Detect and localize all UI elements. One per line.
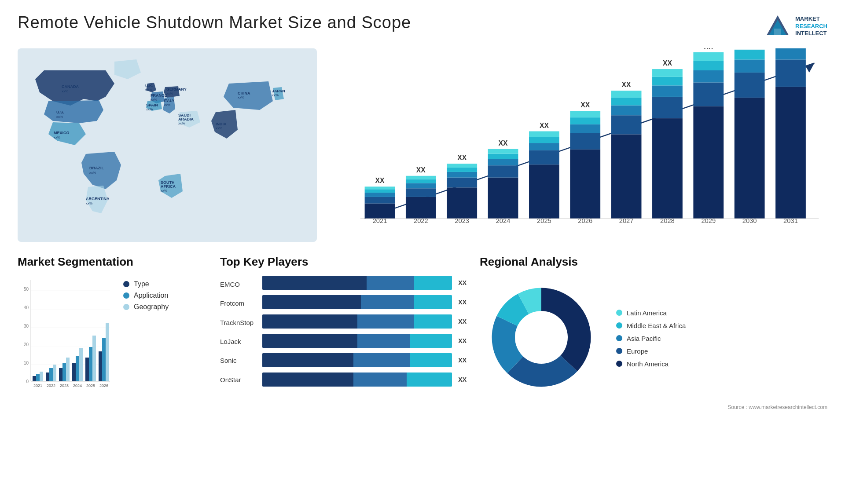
svg-text:xx%: xx% bbox=[146, 107, 153, 111]
donut-chart bbox=[480, 276, 603, 401]
svg-rect-88 bbox=[735, 50, 765, 60]
country-label-brazil: BRAZIL bbox=[89, 166, 104, 170]
svg-rect-43 bbox=[488, 178, 518, 219]
legend-dot-type bbox=[123, 281, 129, 287]
page-header: Remote Vehicle Shutdown Market Size and … bbox=[18, 13, 827, 40]
player-lojack: LoJack bbox=[220, 338, 254, 345]
svg-rect-25 bbox=[365, 189, 395, 193]
svg-text:2027: 2027 bbox=[619, 217, 634, 224]
svg-rect-30 bbox=[406, 188, 436, 197]
player-onstar: OnStar bbox=[220, 376, 254, 383]
svg-rect-72 bbox=[652, 97, 683, 118]
svg-rect-40 bbox=[447, 164, 477, 168]
player-bars-col: XX XX bbox=[262, 276, 467, 387]
svg-text:2025: 2025 bbox=[86, 383, 95, 388]
bar-2021: XX 2021 bbox=[365, 177, 395, 224]
key-players-title: Top Key Players bbox=[220, 255, 467, 269]
svg-text:10: 10 bbox=[24, 361, 29, 365]
bar-2028: XX 2028 bbox=[652, 59, 683, 224]
players-list: EMCO Frotcom TracknStop LoJack Sonic OnS… bbox=[220, 276, 467, 387]
svg-rect-66 bbox=[611, 106, 642, 116]
svg-rect-93 bbox=[775, 48, 806, 59]
svg-text:2022: 2022 bbox=[47, 383, 55, 388]
svg-text:xx%: xx% bbox=[164, 103, 170, 107]
svg-rect-52 bbox=[529, 143, 559, 150]
player-frotcom: Frotcom bbox=[220, 299, 254, 307]
svg-text:20: 20 bbox=[24, 342, 29, 347]
dot-asia-pacific bbox=[616, 335, 622, 341]
bar-2027: XX 2027 bbox=[611, 81, 642, 224]
svg-rect-24 bbox=[365, 193, 395, 197]
svg-text:xx%: xx% bbox=[54, 135, 60, 139]
svg-rect-115 bbox=[49, 368, 53, 381]
svg-text:xx%: xx% bbox=[151, 98, 157, 102]
svg-rect-81 bbox=[693, 61, 724, 70]
svg-rect-2 bbox=[774, 29, 781, 35]
growth-bar-chart: XX 2021 XX 2022 XX 2023 bbox=[330, 48, 827, 242]
country-label-us: U.S. bbox=[56, 110, 64, 114]
country-label-japan: JAPAN bbox=[272, 89, 285, 93]
regional-content: Latin America Middle East & Africa Asia … bbox=[480, 276, 827, 401]
svg-rect-64 bbox=[611, 134, 642, 219]
bar-2030: XX 2030 bbox=[735, 48, 765, 224]
svg-text:xx%: xx% bbox=[86, 201, 92, 205]
svg-rect-38 bbox=[447, 172, 477, 178]
dot-latin-america bbox=[616, 310, 622, 316]
regional-panel: Regional Analysis bbox=[480, 255, 827, 440]
svg-rect-53 bbox=[529, 137, 559, 143]
svg-text:XX: XX bbox=[704, 48, 713, 51]
svg-text:xx%: xx% bbox=[62, 89, 68, 93]
svg-rect-22 bbox=[365, 204, 395, 219]
svg-text:AFRICA: AFRICA bbox=[161, 184, 176, 189]
svg-rect-124 bbox=[79, 348, 83, 381]
svg-rect-44 bbox=[488, 165, 518, 178]
page-title: Remote Vehicle Shutdown Market Size and … bbox=[18, 13, 411, 32]
svg-rect-85 bbox=[735, 98, 765, 219]
svg-rect-36 bbox=[447, 187, 477, 219]
svg-rect-131 bbox=[102, 338, 106, 381]
country-label-india: INDIA bbox=[216, 122, 227, 126]
legend-dot-application bbox=[123, 292, 129, 299]
svg-rect-87 bbox=[735, 59, 765, 72]
svg-rect-71 bbox=[652, 118, 683, 219]
legend-latin-america: Latin America bbox=[616, 309, 686, 317]
country-label-canada: CANADA bbox=[62, 84, 79, 89]
svg-text:50: 50 bbox=[24, 287, 29, 292]
svg-text:xx%: xx% bbox=[145, 88, 152, 92]
legend-europe: Europe bbox=[616, 347, 686, 355]
key-players-panel: Top Key Players EMCO Frotcom TracknStop … bbox=[220, 255, 467, 440]
legend-north-america: North America bbox=[616, 360, 686, 368]
svg-text:xx%: xx% bbox=[238, 95, 244, 99]
bar-row-sonic: XX bbox=[262, 353, 467, 367]
svg-rect-47 bbox=[488, 149, 518, 154]
bar-2023: XX 2023 bbox=[447, 154, 477, 224]
svg-text:xx%: xx% bbox=[161, 189, 167, 193]
svg-rect-78 bbox=[693, 106, 724, 219]
svg-rect-122 bbox=[72, 363, 76, 381]
country-label-uk: U.K. bbox=[145, 84, 153, 88]
svg-text:2025: 2025 bbox=[537, 217, 551, 224]
svg-rect-33 bbox=[406, 176, 436, 179]
svg-rect-119 bbox=[62, 363, 66, 381]
svg-text:2021: 2021 bbox=[373, 217, 387, 224]
logo: MARKET RESEARCH INTELLECT bbox=[764, 13, 827, 40]
svg-rect-118 bbox=[59, 368, 62, 381]
svg-rect-61 bbox=[570, 111, 600, 117]
svg-rect-128 bbox=[92, 336, 96, 381]
regional-title: Regional Analysis bbox=[480, 255, 827, 269]
svg-text:XX: XX bbox=[457, 154, 467, 161]
svg-rect-86 bbox=[735, 73, 765, 98]
svg-rect-79 bbox=[693, 83, 724, 106]
bar-2022: XX 2022 bbox=[406, 166, 436, 224]
svg-text:2031: 2031 bbox=[783, 217, 798, 224]
growth-chart-container: XX 2021 XX 2022 XX 2023 bbox=[330, 48, 827, 242]
country-label-italy: ITALY bbox=[164, 99, 175, 103]
svg-text:2028: 2028 bbox=[660, 217, 675, 224]
svg-rect-126 bbox=[85, 358, 89, 381]
svg-text:XX: XX bbox=[499, 139, 508, 147]
segmentation-title: Market Segmentation bbox=[18, 255, 207, 269]
svg-rect-92 bbox=[775, 59, 806, 87]
dot-europe bbox=[616, 348, 622, 354]
country-label-mexico: MEXICO bbox=[54, 131, 70, 135]
country-label-germany: GERMANY bbox=[166, 87, 187, 91]
